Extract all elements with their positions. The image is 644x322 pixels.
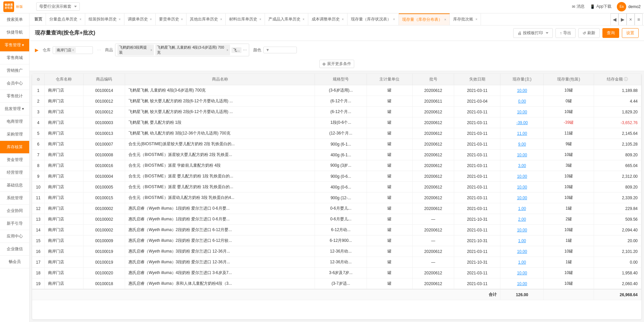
cell-qty-main[interactable]: 10.00	[500, 246, 544, 257]
export-button[interactable]: ↑ 导出	[555, 28, 576, 38]
sidebar-item-system[interactable]: 系统管理	[0, 192, 29, 205]
product-tag-2-close[interactable]: ×	[226, 48, 228, 52]
settings-button[interactable]: 设置	[622, 28, 639, 38]
cell-qty-main[interactable]: -39.00	[500, 117, 544, 128]
tab-inventory-status[interactable]: 现存量（库存状况表） ×	[347, 13, 399, 25]
tab-other-out[interactable]: 其他出库单历史 ×	[186, 13, 226, 25]
cell-qty-main[interactable]: 1.00	[500, 257, 544, 268]
col-settings[interactable]: ⚙	[32, 74, 45, 85]
sidebar-item-inventory[interactable]: 库存核算	[0, 141, 29, 154]
amount-info-icon[interactable]: ⓘ	[624, 77, 628, 82]
filter-expand-arrow[interactable]: ▶	[35, 47, 39, 53]
cell-no: 4	[32, 117, 45, 128]
tab-cost-adjust[interactable]: 成本调整单历史 ×	[308, 13, 347, 25]
cell-qty-main[interactable]: 10.00	[500, 171, 544, 182]
cell-qty-main[interactable]: 9.00	[500, 139, 544, 150]
tab-split-close[interactable]: ×	[79, 17, 82, 21]
warehouse-tag-close[interactable]: ×	[72, 48, 74, 52]
tab-request-close[interactable]: ×	[181, 17, 183, 21]
warehouse-tag-container[interactable]: 南岸门店 ×	[53, 46, 93, 54]
tab-material-out-close[interactable]: ×	[259, 17, 261, 21]
cell-qty-main[interactable]: 10.00	[500, 150, 544, 160]
cell-no: 11	[32, 193, 45, 203]
sidebar-item-operation[interactable]: 经营管理	[0, 166, 29, 179]
sidebar-item-retail-shop[interactable]: 零售商城	[0, 52, 29, 64]
sidebar-item-purchase[interactable]: 采购管理	[0, 128, 29, 141]
sidebar-item-retail-stat[interactable]: 零售统计	[0, 90, 29, 103]
cell-expire: 2021-10-31	[454, 257, 500, 268]
tab-close-button[interactable]: ×	[627, 13, 635, 25]
sidebar-item-ecommerce[interactable]: 电商管理	[0, 115, 29, 128]
cell-qty-main[interactable]: 10.00	[500, 85, 544, 96]
product-tag-2: 飞鹤星飞帆 儿童奶粉 4段(3-6岁适用) 700克 ×	[155, 45, 230, 55]
cell-qty-main[interactable]: 0.00	[500, 96, 544, 107]
cell-qty-main[interactable]: 10.00	[500, 225, 544, 235]
expand-conditions-button[interactable]: ⊕ 展开更多条件	[319, 60, 354, 68]
cell-qty-main[interactable]: 1.00	[500, 235, 544, 246]
user-area[interactable]: Ea demo2	[617, 2, 641, 11]
sidebar-item-vip[interactable]: 畅会员	[0, 256, 29, 268]
tab-inventory-dist-close[interactable]: ×	[444, 18, 446, 21]
tab-batch-ledger-close[interactable]: ×	[475, 17, 477, 21]
product-tag-1-close[interactable]: ×	[150, 48, 152, 52]
cell-name: 飞鹤星飞帆 较大婴儿配方奶粉 2段(6-12个月婴幼儿适用) ...	[125, 96, 315, 107]
sidebar-item-appcenter[interactable]: 应用中心	[0, 230, 29, 243]
tab-other-out-close[interactable]: ×	[220, 17, 222, 21]
product-filter-more[interactable]: ⋯	[243, 48, 247, 52]
tab-batch-ledger[interactable]: 库存批次账 ×	[450, 13, 481, 25]
app-download-button[interactable]: 📱 App下载	[590, 4, 611, 9]
column-settings-icon[interactable]: ⚙	[36, 77, 41, 82]
tab-disassemble-close[interactable]: ×	[119, 17, 121, 21]
cell-qty-main[interactable]: 10.00	[500, 193, 544, 203]
sidebar-item-wholesale[interactable]: 批发管理 ▼	[0, 103, 29, 115]
sidebar-item-search[interactable]: 搜索英单	[0, 13, 29, 26]
tab-pickup[interactable]: 调拨单历史 ×	[124, 13, 156, 25]
cell-no: 18	[32, 268, 45, 278]
cell-qty-main[interactable]: 3.00	[500, 160, 544, 171]
template-print-button[interactable]: 🖨 按模板打印	[513, 28, 553, 38]
cell-qty-main[interactable]: 10.00	[500, 107, 544, 117]
product-tag-container[interactable]: 飞鹤奶粉3段两提装 × 飞鹤星飞帆 儿童奶粉 4段(3-6岁适用) 700克 ×…	[115, 44, 249, 56]
table-row: 9南岸门店00100004合生元（BIOSTIME）派星 婴儿配方奶粉 1段 乳…	[32, 171, 641, 182]
message-button[interactable]: ✉ 消息	[572, 4, 585, 9]
tab-cost-adjust-close[interactable]: ×	[342, 17, 344, 21]
cell-qty-main[interactable]: 11.00	[500, 128, 544, 139]
cell-amount: 2,105.28	[594, 139, 641, 150]
cell-qty-main[interactable]: 1.00	[500, 203, 544, 214]
sidebar-item-corpwechat[interactable]: 企业微信	[0, 243, 29, 256]
tab-pickup-close[interactable]: ×	[150, 17, 152, 21]
tab-split-inventory[interactable]: 分量盘点单历史 ×	[46, 13, 85, 25]
tab-menu-button[interactable]: ≡	[635, 13, 643, 25]
refresh-button[interactable]: ↺ 刷新	[578, 28, 600, 38]
sidebar-item-basic[interactable]: 基础信息	[0, 179, 29, 192]
tab-prev-button[interactable]: ◀	[610, 13, 619, 25]
tab-product-in[interactable]: 产成品入库单历史 ×	[265, 13, 308, 25]
industry-selector[interactable]: 母婴行业演示账套	[36, 2, 80, 11]
tab-inventory-status-close[interactable]: ×	[393, 17, 395, 21]
cell-name: 合生元（BIOSTIME）派星较大婴儿配方奶粉 2段 乳铁蛋...	[125, 150, 315, 160]
tab-inventory-dist[interactable]: 现存量（库存分布表） ×	[399, 13, 450, 25]
sidebar-item-enterprise[interactable]: 企业协同	[0, 205, 29, 217]
tab-next-button[interactable]: ▶	[619, 13, 627, 25]
tab-cost-adjust-label: 成本调整单历史	[312, 16, 340, 22]
tab-product-in-close[interactable]: ×	[303, 17, 305, 21]
sidebar-item-retail[interactable]: 零售管理 ▼	[0, 39, 29, 52]
tab-material-out[interactable]: 材料出库单历史 ×	[226, 13, 265, 25]
tab-request[interactable]: 要货单历史 ×	[156, 13, 187, 25]
color-filter-input[interactable]: ▼	[263, 47, 297, 53]
query-button[interactable]: 查询	[602, 28, 619, 38]
sidebar-item-member[interactable]: 会员中心	[0, 77, 29, 90]
tab-home[interactable]: 首页	[31, 13, 46, 25]
tab-disassemble[interactable]: 组装拆卸单历史 ×	[85, 13, 124, 25]
cell-batch: 20200612	[412, 85, 454, 96]
cell-qty-pkg: 1罐	[544, 257, 594, 268]
sidebar-item-quicknav[interactable]: 快捷导航	[0, 26, 29, 39]
sidebar-item-newguide[interactable]: 新手引导	[0, 217, 29, 230]
cell-qty-main[interactable]: 2.00	[500, 214, 544, 225]
cell-qty-main[interactable]: 10.00	[500, 268, 544, 278]
sidebar-item-finance[interactable]: 资金管理	[0, 154, 29, 166]
cell-qty-main[interactable]: 10.00	[500, 278, 544, 289]
cell-code: 00100002	[83, 225, 125, 235]
sidebar-item-marketing[interactable]: 营销推广	[0, 64, 29, 77]
cell-qty-main[interactable]: 10.00	[500, 182, 544, 193]
